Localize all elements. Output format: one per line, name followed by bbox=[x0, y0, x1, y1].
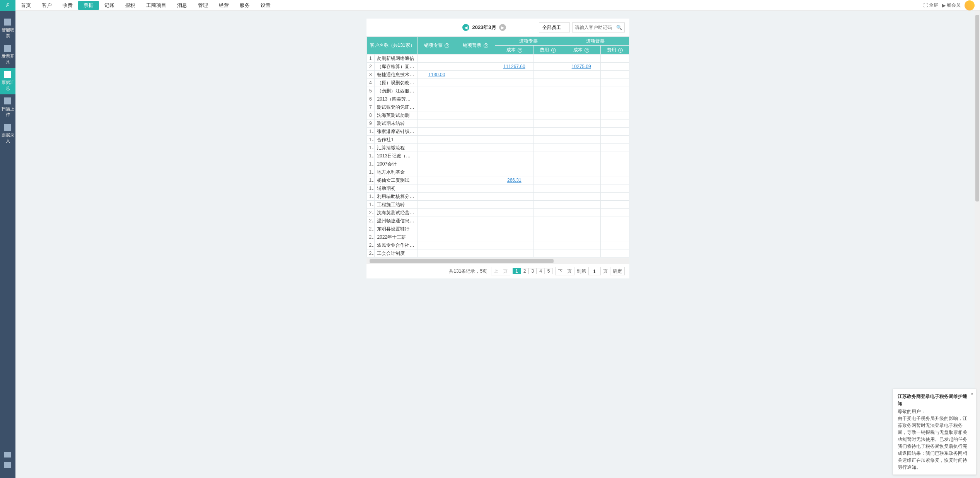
table-row: 19工程施工结转 bbox=[366, 201, 629, 209]
sidebar-票据录入[interactable]: 票据录入 bbox=[0, 121, 15, 147]
doc-icon bbox=[4, 97, 11, 104]
table-row: 10张家港摩诺针织品有限公… bbox=[366, 128, 629, 136]
table-row: 25工会会计制度 bbox=[366, 249, 629, 258]
table-row: 3畅捷通信息技术股份有限公…1130.00 bbox=[366, 71, 629, 79]
doc-icon bbox=[4, 45, 11, 52]
next-page-button[interactable]: 下一页 bbox=[555, 267, 574, 275]
avatar[interactable] bbox=[965, 0, 975, 10]
horizontal-scrollbar[interactable] bbox=[366, 258, 629, 264]
nav-票据[interactable]: 票据 bbox=[78, 1, 99, 10]
table-row: 4（原）误删勿改李艳芬测试账… bbox=[366, 79, 629, 87]
table-row: 2（库存核算）直播畅捷通信…111267.6010275.09 bbox=[366, 63, 629, 71]
table-row: 1勿删新锐网络通信 bbox=[366, 55, 629, 63]
page-3[interactable]: 3 bbox=[528, 268, 537, 274]
table-row: 232022年十三薪 bbox=[366, 233, 629, 241]
nav-经营[interactable]: 经营 bbox=[213, 0, 234, 11]
table-row: 11合作社1 bbox=[366, 136, 629, 144]
nav-客户[interactable]: 客户 bbox=[36, 0, 57, 11]
table-row: 8沈海英测试勿删 bbox=[366, 111, 629, 120]
table-row: 18利用辅助核算分析每种商… bbox=[366, 193, 629, 201]
employee-select[interactable]: 全部员工 bbox=[539, 22, 570, 32]
fullscreen-button[interactable]: ⛶ 全屏 bbox=[923, 2, 938, 9]
table-row: 20沈海英测试经营勿删 bbox=[366, 209, 629, 217]
doc-icon bbox=[4, 71, 11, 78]
col-customer: 客户名称（共131家） bbox=[366, 37, 418, 55]
prev-page-button[interactable]: 上一页 bbox=[491, 267, 510, 275]
prev-month-button[interactable]: ◀ bbox=[462, 24, 469, 31]
pager-info: 共131条记录，5页 bbox=[449, 268, 487, 275]
table-row: 5（勿删）江西服宝-LSS bbox=[366, 87, 629, 95]
sidebar-智能取票[interactable]: 智能取票 bbox=[0, 15, 15, 42]
nav-设置[interactable]: 设置 bbox=[255, 0, 276, 11]
nav-工商项目[interactable]: 工商项目 bbox=[141, 0, 172, 11]
table-row: 15地方水利基金 bbox=[366, 168, 629, 176]
table-row: 21温州畅捷通信息服务有限… bbox=[366, 217, 629, 225]
page-2[interactable]: 2 bbox=[521, 268, 529, 274]
col-fee1: 费用 ? bbox=[533, 46, 562, 55]
search-icon[interactable]: 🔍 bbox=[614, 25, 624, 30]
brand-logo: F bbox=[0, 0, 15, 11]
col-in-special: 进项专票 bbox=[495, 37, 562, 46]
nav-服务[interactable]: 服务 bbox=[234, 0, 255, 11]
goto-confirm-button[interactable]: 确定 bbox=[610, 267, 625, 275]
sidebar-扫描上传[interactable]: 扫描上传 bbox=[0, 94, 15, 121]
table-row: 17辅助期初 bbox=[366, 184, 629, 193]
nav-管理[interactable]: 管理 bbox=[193, 0, 213, 11]
table-row: 62013（陶美芳勿删） bbox=[366, 95, 629, 103]
nav-记账[interactable]: 记账 bbox=[99, 0, 120, 11]
col-sales-ordinary: 销项普票 ? bbox=[456, 37, 495, 55]
table-row: 7测试账套的凭证打印的时候… bbox=[366, 103, 629, 111]
sidebar-票据汇总[interactable]: 票据汇总 bbox=[0, 68, 15, 94]
col-cost1: 成本 ? bbox=[495, 46, 533, 55]
col-cost2: 成本 ? bbox=[562, 46, 601, 55]
sidebar-发票开具[interactable]: 发票开具 bbox=[0, 42, 15, 68]
page-1[interactable]: 1 bbox=[513, 268, 521, 274]
nav-消息[interactable]: 消息 bbox=[172, 0, 193, 11]
vip-button[interactable]: ▶ 畅会员 bbox=[942, 2, 961, 9]
table-row: 22东明县设置鞋行 bbox=[366, 225, 629, 233]
doc-icon bbox=[4, 19, 11, 26]
col-fee2: 费用 ? bbox=[601, 46, 629, 55]
table-row: 142007会计 bbox=[366, 160, 629, 168]
goto-page-input[interactable] bbox=[588, 267, 601, 275]
nav-收费[interactable]: 收费 bbox=[57, 0, 78, 11]
nav-首页[interactable]: 首页 bbox=[15, 0, 36, 11]
table-row: 16杨仙女工资测试266.31 bbox=[366, 176, 629, 184]
vertical-scrollbar[interactable] bbox=[975, 11, 980, 278]
doc-icon bbox=[4, 124, 11, 131]
table-row: 24农民专业合作社会计制度 bbox=[366, 241, 629, 249]
table-row: 12汇算清缴流程 bbox=[366, 144, 629, 152]
nav-报税[interactable]: 报税 bbox=[120, 0, 141, 11]
search-input[interactable] bbox=[573, 23, 614, 32]
col-sales-special: 销项专票 ? bbox=[418, 37, 456, 55]
period-label: 2023年3月 bbox=[472, 24, 496, 31]
page-5[interactable]: 5 bbox=[545, 268, 553, 274]
col-in-ordinary: 进项普票 bbox=[562, 37, 629, 46]
table-row: 9测试期末结转 bbox=[366, 120, 629, 128]
next-month-button[interactable]: ▶ bbox=[499, 24, 506, 31]
table-row: 132013日记账（不要删除哈… bbox=[366, 152, 629, 160]
page-4[interactable]: 4 bbox=[537, 268, 545, 274]
